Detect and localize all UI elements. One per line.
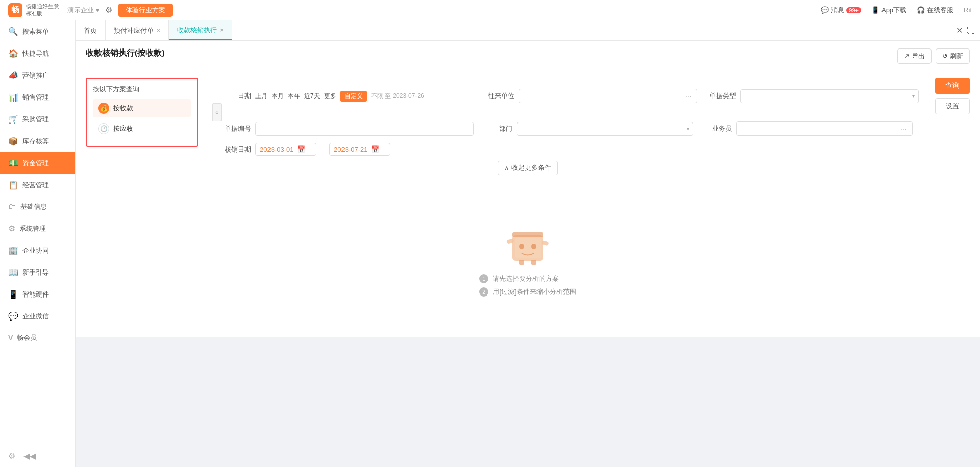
sidebar-label-wechat: 企业微信	[22, 312, 49, 321]
date-last-month-btn[interactable]: 上月	[255, 92, 267, 101]
writeoff-date-range: 2023-03-01 📅 — 2023-07-21 📅	[255, 143, 470, 156]
sidebar-item-sales[interactable]: 📊 销售管理	[0, 86, 75, 108]
operations-icon: 📋	[8, 180, 18, 190]
receipt-icon: 💰	[98, 103, 109, 114]
empty-state: 1 请先选择要分析的方案 2 用[过滤]条件来缩小分析范围	[76, 179, 980, 337]
sidebar-item-purchase[interactable]: 🛒 采购管理	[0, 108, 75, 130]
tab-close-all-icon[interactable]: ✕	[956, 26, 963, 35]
filter-fields-area: 日期 上月 本月 本年 近7天 更多 自定义 不限 至 2023-07-26	[212, 78, 970, 156]
date-label: 日期	[225, 91, 251, 101]
refresh-button[interactable]: ↺ 刷新	[936, 48, 970, 64]
settings-button[interactable]: 设置	[935, 98, 970, 114]
payable-label: 按应收	[113, 124, 133, 133]
sidebar-label-operations: 经营管理	[22, 181, 49, 190]
sidebar-item-system[interactable]: ⚙ 系统管理	[0, 217, 75, 239]
query-button[interactable]: 查询	[935, 78, 970, 94]
date-this-month-btn[interactable]: 本月	[272, 92, 284, 101]
sidebar-item-basic-info[interactable]: 🗂 基础信息	[0, 196, 75, 217]
department-select[interactable]	[517, 122, 693, 136]
sidebar-label-quick-nav: 快捷导航	[22, 49, 49, 58]
service-item[interactable]: 🎧 在线客服	[917, 6, 953, 15]
marketing-icon: 📣	[8, 70, 18, 80]
message-icon: 💬	[821, 6, 829, 14]
sidebar-item-finance[interactable]: 💵 资金管理	[0, 152, 75, 174]
app-download-item[interactable]: 📱 App下载	[871, 6, 906, 15]
filter-collapse-button[interactable]: «	[212, 103, 222, 121]
tab-bar: 首页 预付冲应付单 × 收款核销执行 × ✕ ⛶	[76, 20, 980, 41]
counterparty-dots-icon: ···	[685, 92, 692, 100]
sidebar-item-inventory[interactable]: 📦 库存核算	[0, 130, 75, 152]
staff-dots-icon: ···	[901, 125, 907, 133]
voucher-type-select[interactable]	[740, 89, 919, 103]
finance-icon: 💵	[8, 158, 18, 168]
empty-hints: 1 请先选择要分析的方案 2 用[过滤]条件来缩小分析范围	[479, 274, 576, 297]
date-quick-btns: 上月 本月 本年 近7天 更多 自定义 不限 至 2023-07-26	[255, 91, 476, 102]
page-top-actions: ↗ 导出 ↺ 刷新	[897, 48, 970, 64]
voucher-no-input[interactable]	[255, 122, 474, 136]
writeoff-date-start-box[interactable]: 2023-03-01 📅	[255, 143, 316, 156]
voucher-no-group: 单据编号	[225, 122, 474, 136]
date-custom-active[interactable]: 自定义	[340, 91, 367, 102]
tab-collection-close-icon[interactable]: ×	[220, 27, 224, 33]
sidebar-item-operations[interactable]: 📋 经营管理	[0, 174, 75, 196]
sidebar-label-marketing: 营销推广	[22, 71, 49, 80]
inventory-icon: 📦	[8, 136, 18, 146]
topbar-right: 💬 消息 99+ 📱 App下载 🎧 在线客服 Rit	[821, 6, 972, 15]
date-last-7days-btn[interactable]: 近7天	[304, 92, 320, 101]
app-label: App下载	[881, 6, 906, 15]
user-name[interactable]: Rit	[964, 6, 972, 14]
sidebar-item-quick-nav[interactable]: 🏠 快捷导航	[0, 42, 75, 64]
tab-expand-icon[interactable]: ⛶	[967, 26, 975, 35]
filter-row-1: 日期 上月 本月 本年 近7天 更多 自定义 不限 至 2023-07-26	[225, 78, 970, 114]
counterparty-input[interactable]: ···	[519, 89, 697, 103]
empty-illustration	[502, 220, 553, 266]
department-select-wrap: ▾	[517, 122, 693, 136]
tab-bar-right: ✕ ⛶	[951, 26, 980, 35]
empty-hint-1: 1 请先选择要分析的方案	[479, 274, 576, 283]
sidebar-item-tutorial[interactable]: 📖 新手引导	[0, 261, 75, 283]
collapse-more-area: ∧ 收起更多条件	[86, 161, 970, 175]
writeoff-start-cal-icon[interactable]: 📅	[297, 145, 305, 153]
sidebar-label-member: 畅会员	[17, 333, 37, 342]
staff-label: 业务员	[705, 124, 732, 133]
svg-rect-5	[519, 260, 524, 265]
tab-collection[interactable]: 收款核销执行 ×	[169, 20, 232, 40]
sidebar-item-marketing[interactable]: 📣 营销推广	[0, 64, 75, 86]
logo-text: 畅捷通好生意标准版	[26, 3, 59, 16]
collapse-more-button[interactable]: ∧ 收起更多条件	[498, 161, 558, 175]
tab-home-label: 首页	[84, 26, 97, 35]
company-arrow-icon[interactable]: ▾	[96, 7, 99, 14]
app-icon: 📱	[871, 6, 879, 14]
writeoff-end-cal-icon[interactable]: 📅	[371, 145, 379, 153]
tab-prepay[interactable]: 预付冲应付单 ×	[106, 20, 169, 40]
solution-button[interactable]: 体验行业方案	[118, 4, 173, 17]
tab-prepay-close-icon[interactable]: ×	[157, 28, 160, 34]
tab-home[interactable]: 首页	[76, 20, 106, 40]
export-button[interactable]: ↗ 导出	[897, 48, 932, 64]
sidebar-item-wechat[interactable]: 💬 企业微信	[0, 305, 75, 327]
filter-option-by-receipt[interactable]: 💰 按收款	[93, 99, 191, 117]
sidebar-item-enterprise[interactable]: 🏢 企业协同	[0, 239, 75, 261]
writeoff-date-start: 2023-03-01	[260, 145, 294, 153]
staff-input[interactable]: ···	[736, 121, 913, 136]
sidebar-item-member[interactable]: V 畅会员	[0, 327, 75, 349]
page-content: 收款核销执行(按收款) ↗ 导出 ↺ 刷新	[76, 41, 980, 467]
settings-icon[interactable]: ⚙	[105, 5, 112, 15]
sidebar-label-finance: 资金管理	[22, 159, 49, 168]
settings-bottom-icon[interactable]: ⚙	[8, 451, 15, 461]
department-label: 部门	[486, 124, 512, 133]
filter-option-by-payable[interactable]: 🕐 按应收	[93, 119, 191, 138]
page-title: 收款核销执行(按收款)	[86, 48, 165, 59]
voucher-no-label: 单据编号	[225, 124, 251, 133]
sidebar-label-inventory: 库存核算	[22, 137, 49, 146]
date-this-year-btn[interactable]: 本年	[288, 92, 300, 101]
sidebar-label-sales: 销售管理	[22, 93, 49, 102]
logo: 畅 畅捷通好生意标准版	[8, 3, 59, 17]
writeoff-date-end-box[interactable]: 2023-07-21 📅	[329, 143, 390, 156]
collapse-sidebar-icon[interactable]: ◀◀	[23, 451, 36, 461]
sidebar-item-smart-hw[interactable]: 📱 智能硬件	[0, 283, 75, 305]
hint-num-2: 2	[479, 287, 488, 297]
date-more-btn[interactable]: 更多	[324, 92, 336, 101]
message-item[interactable]: 💬 消息 99+	[821, 6, 861, 15]
sidebar-item-search[interactable]: 🔍 搜索菜单	[0, 20, 75, 42]
